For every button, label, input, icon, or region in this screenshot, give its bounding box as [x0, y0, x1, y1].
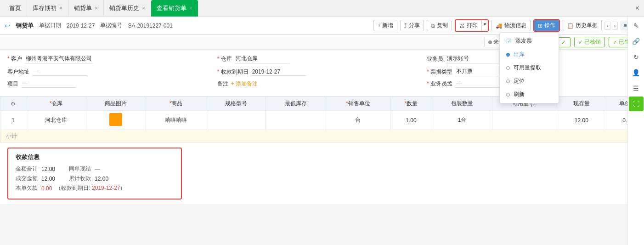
nav-next-button[interactable]: › — [612, 22, 618, 30]
warehouse-value[interactable]: 河北仓库 — [235, 54, 290, 63]
cell-package-qty: 1台 — [432, 111, 492, 130]
col-gear[interactable]: ⚙ — [0, 97, 26, 111]
cell-qty: 1.00 — [390, 111, 432, 130]
table-row: 1 河北仓库 嘻嘻嘻嘻 台 1.00 1台 12.00 0. — [0, 111, 644, 130]
refresh-icon: ↻ — [633, 53, 639, 61]
doc-date-label: 单据日期 — [39, 22, 61, 29]
checkbox-icon: ☑ — [506, 38, 512, 45]
cell-spec — [206, 111, 266, 130]
payment-info-title: 收款信息 — [16, 153, 174, 161]
cell-sales-unit: 台 — [326, 111, 390, 130]
cell-stock: 12.00 — [557, 111, 606, 130]
tab-home[interactable]: 首页 — [4, 0, 27, 17]
menu-refresh[interactable]: 刷新 — [500, 88, 559, 101]
user-icon: 👤 — [632, 69, 640, 76]
doc-label: 销货单 — [16, 22, 34, 30]
payment-date-value[interactable]: 2019-12-27 — [251, 68, 306, 76]
share-icon: ⤴ — [404, 23, 407, 29]
doc-number-value: SA-20191227-001 — [128, 23, 172, 29]
radio-filled-icon — [506, 51, 510, 58]
effective-check-icon: ✓ — [613, 39, 617, 46]
nav-prev-button[interactable]: ‹ — [604, 22, 611, 30]
payment-date-field: * 收款到期日 2019-12-27 — [217, 68, 427, 76]
close-tab-view[interactable]: × — [189, 5, 192, 11]
cell-product-img — [86, 111, 146, 130]
window-close-button[interactable]: × — [635, 4, 639, 12]
sidebar-link-button[interactable]: 🔗 — [629, 34, 644, 49]
check-icon: ✓ — [561, 39, 566, 46]
payment-info-box: 收款信息 金额合计 12.00 同单现结 — 成交金额 12.00 累计收款 1… — [7, 148, 182, 199]
sidebar-list-button[interactable]: ☰ — [629, 81, 644, 96]
address-field: 客户地址 — — [7, 68, 217, 76]
project-value: — — [21, 80, 76, 88]
doc-icon: ↩ — [5, 22, 10, 29]
cell-warehouse: 河北仓库 — [26, 111, 86, 130]
tab-sales-order[interactable]: 销货单 × — [68, 0, 104, 17]
payment-item-deal: 成交金额 12.00 — [16, 175, 55, 182]
menu-locate[interactable]: 定位 — [500, 74, 559, 88]
balance-value: 0.00 — [41, 185, 52, 192]
copy-button[interactable]: ⧉ 复制 — [427, 20, 452, 31]
close-tab-sales[interactable]: × — [95, 5, 98, 11]
menu-available-pickup[interactable]: 可用量提取 — [500, 61, 559, 74]
cancelled-button[interactable]: ✓ 已核销 — [574, 37, 605, 47]
sidebar-refresh-button[interactable]: ↻ — [629, 50, 644, 64]
project-field: 项目 — — [7, 80, 217, 88]
operation-icon: ⊞ — [538, 23, 542, 29]
radio-empty-icon-2 — [506, 78, 510, 85]
toolbar-actions: + 新增 ⤴ 分享 ⧉ 复制 🖨 打印 ▾ 🚚 物流信息 ⊞ 操作 — [373, 19, 639, 32]
cancelled-check-icon: ✓ — [578, 39, 583, 46]
tab-bar: 首页 库存期初 × 销货单 × 销货单历史 × 查看销货单 × × — [0, 0, 644, 17]
close-tab-inventory[interactable]: × — [59, 5, 62, 11]
sidebar-user-button[interactable]: 👤 — [629, 65, 644, 80]
operation-highlight-box: ⊞ 操作 ☑ 添发票 出库 可用量提取 定位 — [533, 19, 560, 32]
print-icon: 🖨 — [459, 23, 465, 29]
customer-value[interactable]: 柳州粤港平安气体有限公司 — [25, 54, 93, 63]
cell-available — [492, 111, 557, 130]
cell-product: 嘻嘻嘻嘻 — [146, 111, 206, 130]
logistics-icon: 🚚 — [496, 23, 503, 29]
right-sidebar: ✎ 🔗 ↻ 👤 ☰ ⛶ — [627, 17, 644, 204]
customer-field: * 客户 柳州粤港平安气体有限公司 — [7, 54, 217, 63]
doc-title-area: ↩ 销货单 单据日期 2019-12-27 单据编号 SA-20191227-0… — [5, 22, 371, 30]
payment-item-total: 金额合计 12.00 — [16, 165, 55, 173]
bottom-info: 收款信息 金额合计 12.00 同单现结 — 成交金额 12.00 累计收款 1… — [0, 143, 644, 204]
nav-arrows: ‹ › — [604, 22, 618, 30]
print-dropdown-arrow[interactable]: ▾ — [481, 20, 488, 31]
add-note-button[interactable]: + 添加备注 — [231, 80, 258, 88]
menu-add-invoice[interactable]: ☑ 添发票 — [500, 34, 559, 48]
tab-view-sales[interactable]: 查看销货单 × — [151, 0, 198, 17]
col-product-img: 商品图片 — [86, 97, 146, 111]
main-toolbar: ↩ 销货单 单据日期 2019-12-27 单据编号 SA-20191227-0… — [0, 17, 644, 35]
logistics-button[interactable]: 🚚 物流信息 — [491, 20, 531, 31]
deal-amount-value: 12.00 — [41, 176, 55, 182]
payment-item-same-order: 同单现结 — — [69, 165, 100, 173]
doc-date-value: 2019-12-27 — [67, 23, 95, 29]
operation-button[interactable]: ⊞ 操作 — [534, 20, 559, 31]
close-tab-history[interactable]: × — [142, 5, 145, 11]
gear-icon: ⚙ — [11, 101, 16, 107]
share-button[interactable]: ⤴ 分享 — [400, 20, 424, 31]
subtotal-label: 小计 — [0, 130, 644, 143]
cell-min-stock — [266, 111, 326, 130]
subtotal-row: 小计 — [0, 130, 644, 143]
new-button[interactable]: + 新增 — [373, 20, 397, 31]
col-product: *商品 — [146, 97, 206, 111]
col-stock: 现存量 — [557, 97, 606, 111]
sidebar-expand-button[interactable]: ⛶ — [629, 97, 644, 111]
tab-sales-history[interactable]: 销货单历史 × — [104, 0, 151, 17]
payment-row-1: 金额合计 12.00 同单现结 — — [16, 165, 174, 173]
cumulative-value: 12.00 — [95, 176, 108, 182]
operation-dropdown: ☑ 添发票 出库 可用量提取 定位 刷新 — [499, 32, 559, 103]
menu-outbound[interactable]: 出库 — [500, 48, 559, 61]
sidebar-edit-button[interactable]: ✎ — [629, 18, 644, 33]
expand-icon: ⛶ — [633, 100, 639, 108]
history-button[interactable]: 📋 历史单据 — [563, 20, 602, 31]
payment-row-2: 成交金额 12.00 累计收款 12.00 — [16, 175, 174, 182]
tab-inventory-init[interactable]: 库存期初 × — [27, 0, 68, 17]
same-order-value: — — [95, 166, 100, 172]
print-button[interactable]: 🖨 打印 — [456, 20, 481, 31]
col-sales-unit: *销售单位 — [326, 97, 390, 111]
balance-note: （收款到期日: 2019-12-27） — [56, 184, 125, 192]
warehouse-field: * 仓库 河北仓库 — [217, 54, 427, 63]
